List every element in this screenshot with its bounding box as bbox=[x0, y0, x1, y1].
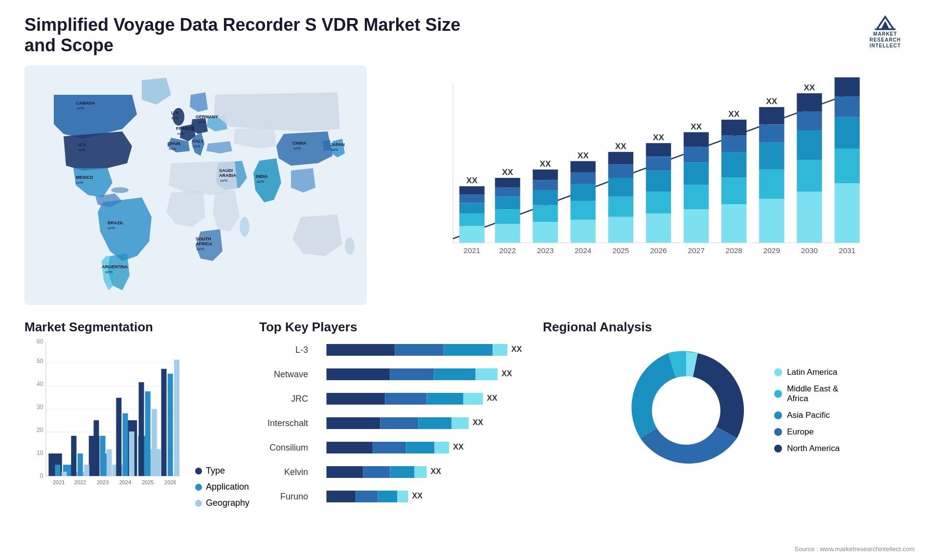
svg-rect-169 bbox=[398, 491, 408, 502]
uk-label: U.K. bbox=[171, 110, 180, 115]
players-content: L-3 XX Netwave bbox=[259, 342, 533, 513]
svg-rect-113 bbox=[55, 465, 61, 476]
svg-rect-32 bbox=[570, 184, 595, 201]
india-val: xx% bbox=[257, 179, 264, 184]
svg-text:2023: 2023 bbox=[537, 246, 554, 255]
player-bar-l3: XX bbox=[315, 342, 533, 358]
svg-text:XX: XX bbox=[453, 443, 464, 451]
france-label: FRANCE bbox=[176, 126, 195, 131]
svg-rect-134 bbox=[174, 360, 179, 476]
svg-rect-142 bbox=[390, 368, 434, 380]
china-val: xx% bbox=[293, 146, 301, 151]
player-bar-jrc: XX bbox=[315, 391, 533, 407]
svg-rect-40 bbox=[608, 152, 633, 165]
svg-rect-67 bbox=[797, 160, 822, 192]
svg-text:XX: XX bbox=[502, 167, 513, 177]
svg-rect-117 bbox=[78, 453, 83, 476]
us-val: xx% bbox=[78, 148, 86, 152]
svg-rect-122 bbox=[107, 449, 112, 476]
svg-rect-70 bbox=[797, 93, 822, 112]
svg-rect-76 bbox=[834, 77, 859, 96]
svg-text:0: 0 bbox=[40, 473, 44, 480]
logo-icon bbox=[871, 15, 900, 31]
svg-text:XX: XX bbox=[653, 132, 664, 142]
svg-text:XX: XX bbox=[766, 96, 777, 106]
legend-latin-america: Latin America bbox=[774, 367, 840, 377]
player-bar-interschalt: XX bbox=[315, 415, 533, 431]
dot-north-america bbox=[774, 445, 782, 452]
svg-rect-16 bbox=[459, 186, 484, 194]
svg-rect-121 bbox=[100, 436, 106, 476]
legend-label-application: Application bbox=[206, 482, 249, 492]
svg-text:XX: XX bbox=[502, 369, 513, 378]
svg-rect-137 bbox=[395, 344, 444, 356]
svg-text:2021: 2021 bbox=[464, 246, 480, 255]
svg-rect-164 bbox=[415, 466, 427, 478]
donut-chart bbox=[618, 342, 755, 479]
spain-label: SPAIN bbox=[167, 141, 180, 146]
legend-dot-type bbox=[195, 468, 202, 474]
svg-rect-168 bbox=[378, 491, 398, 502]
svg-rect-116 bbox=[71, 436, 76, 476]
svg-text:XX: XX bbox=[487, 394, 498, 402]
svg-rect-48 bbox=[684, 209, 709, 243]
legend-application: Application bbox=[195, 482, 249, 492]
svg-text:2021: 2021 bbox=[53, 479, 65, 485]
svg-text:XX: XX bbox=[842, 75, 853, 77]
svg-rect-37 bbox=[608, 197, 633, 217]
bar-chart-area: XX XX XX bbox=[381, 65, 915, 305]
svg-text:50: 50 bbox=[37, 358, 44, 365]
svg-rect-43 bbox=[646, 192, 671, 214]
dot-latin-america bbox=[774, 368, 782, 376]
bar-chart: XX XX XX bbox=[396, 75, 900, 280]
svg-rect-148 bbox=[427, 393, 464, 405]
svg-rect-118 bbox=[84, 465, 89, 476]
svg-rect-124 bbox=[116, 398, 121, 476]
svg-rect-129 bbox=[145, 391, 151, 476]
regional-legend: Latin America Middle East &Africa Asia P… bbox=[774, 367, 840, 453]
germany-label: GERMANY bbox=[196, 114, 218, 119]
seg-chart-svg: 0 10 20 30 40 50 60 bbox=[24, 337, 185, 508]
player-name-netwave: Netwave bbox=[259, 369, 308, 380]
svg-rect-63 bbox=[759, 124, 784, 142]
svg-text:2022: 2022 bbox=[74, 479, 86, 485]
svg-rect-136 bbox=[327, 344, 395, 356]
svg-rect-163 bbox=[390, 466, 415, 478]
svg-rect-55 bbox=[721, 177, 746, 204]
svg-rect-24 bbox=[533, 222, 558, 243]
player-bar-netwave: XX bbox=[315, 366, 533, 382]
regional-content: Latin America Middle East &Africa Asia P… bbox=[543, 342, 915, 479]
players-area: Top Key Players L-3 XX bbox=[259, 320, 533, 559]
svg-text:XX: XX bbox=[473, 418, 484, 427]
label-europe: Europe bbox=[787, 427, 814, 437]
svg-rect-30 bbox=[570, 220, 595, 243]
bar-2030: XX bbox=[797, 83, 822, 243]
svg-text:2028: 2028 bbox=[726, 246, 742, 255]
svg-rect-62 bbox=[759, 142, 784, 170]
header: Simplified Voyage Data Recorder S VDR Ma… bbox=[24, 15, 915, 56]
svg-rect-28 bbox=[533, 170, 558, 180]
brazil-label: BRAZIL bbox=[108, 220, 124, 225]
svg-text:2030: 2030 bbox=[801, 246, 818, 255]
svg-rect-75 bbox=[834, 97, 859, 117]
svg-text:10: 10 bbox=[37, 450, 44, 456]
svg-rect-14 bbox=[459, 203, 484, 213]
argentina-label: ARGENTINA bbox=[102, 264, 128, 269]
svg-text:2024: 2024 bbox=[119, 479, 131, 485]
svg-rect-69 bbox=[797, 112, 822, 131]
svg-rect-51 bbox=[684, 147, 709, 163]
svg-rect-38 bbox=[608, 178, 633, 197]
label-middle-east: Middle East &Africa bbox=[787, 384, 838, 404]
svg-text:2022: 2022 bbox=[499, 246, 516, 255]
seg-legend: Type Application Geography bbox=[195, 466, 249, 508]
svg-text:2025: 2025 bbox=[142, 479, 154, 485]
bottom-section: Market Segmentation 0 10 20 30 40 50 60 bbox=[24, 320, 915, 559]
svg-text:2026: 2026 bbox=[164, 479, 176, 485]
segmentation-title: Market Segmentation bbox=[24, 320, 249, 335]
us-label: U.S. bbox=[78, 142, 87, 147]
regional-area: Regional Analysis bbox=[543, 320, 915, 559]
logo-area: MARKET RESEARCH INTELLECT bbox=[856, 15, 915, 49]
svg-rect-157 bbox=[373, 442, 406, 453]
svg-rect-21 bbox=[495, 188, 520, 197]
svg-point-4 bbox=[111, 187, 129, 193]
